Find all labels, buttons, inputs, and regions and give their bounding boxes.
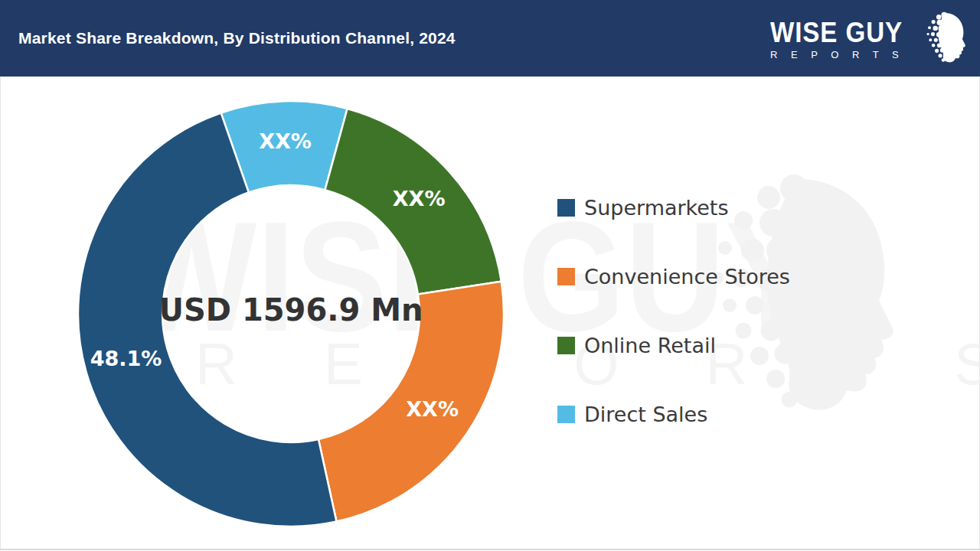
legend-swatch [557,268,575,285]
legend-item-direct-sales: Direct Sales [557,395,790,433]
legend-label: Direct Sales [584,403,707,426]
slice-percent-label: XX% [259,129,312,153]
footer-divider [0,549,980,550]
page-title: Market Share Breakdown, By Distribution … [18,0,456,77]
legend-swatch [557,337,575,354]
legend-swatch [557,406,575,423]
slice-percent-label: 48.1% [90,347,162,370]
chart-legend: SupermarketsConvenience StoresOnline Ret… [557,188,790,464]
legend-item-supermarkets: Supermarkets [557,188,790,227]
page: Market Share Breakdown, By Distribution … [0,0,980,551]
logo-head-icon [917,11,966,67]
header-bar: Market Share Breakdown, By Distribution … [0,0,980,77]
brand-logo: WISE GUY R E P O R T S [770,6,966,72]
slice-percent-label: XX% [406,397,459,421]
legend-item-online-retail: Online Retail [557,326,790,364]
logo-wordmark-sub: R E P O R T S [770,50,914,60]
left-border [0,77,1,549]
legend-label: Supermarkets [584,196,729,220]
legend-swatch [557,199,575,217]
slice-percent-label: XX% [393,187,446,210]
chart-center-value: USD 1596.9 Mn [138,292,444,328]
logo-wordmark-main: WISE GUY [770,19,903,47]
legend-label: Convenience Stores [584,265,790,289]
legend-item-convenience-stores: Convenience Stores [557,257,790,295]
logo-wordmark: WISE GUY R E P O R T S [770,19,914,60]
legend-label: Online Retail [584,334,716,357]
